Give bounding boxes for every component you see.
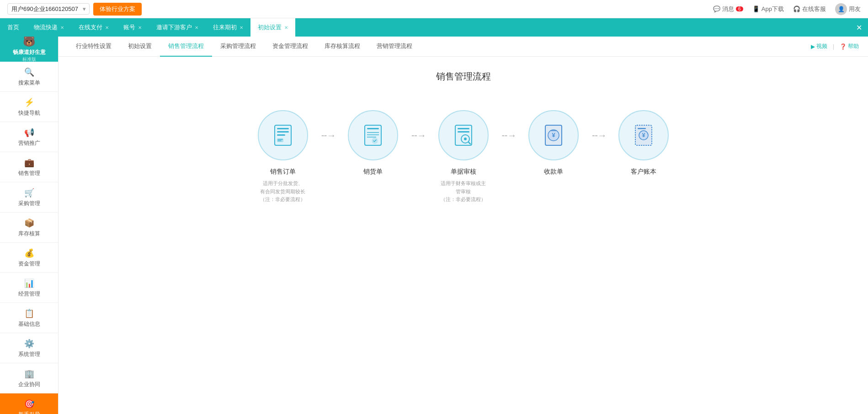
sidebar-item-quick-nav[interactable]: ⚡ 快捷导航 (0, 92, 58, 122)
close-logistics[interactable]: ✕ (60, 25, 64, 30)
tab-account[interactable]: 账号 ✕ (116, 18, 149, 37)
sub-tab-sales-flow[interactable]: 销售管理流程 (160, 37, 212, 57)
sidebar-item-purchase[interactable]: 🛒 采购管理 (0, 182, 58, 212)
svg-text:¥: ¥ (642, 132, 645, 138)
nav-tabs: 首页 物流快递 ✕ 在线支付 ✕ 账号 ✕ 邀请下游客户 ✕ 往来期初 ✕ 初始… (0, 18, 868, 37)
sub-tab-purchase-flow[interactable]: 采购管理流程 (212, 37, 264, 57)
sidebar-item-label: 库存核算 (18, 230, 40, 238)
avatar: 👤 (835, 3, 847, 15)
tab-initial-setup[interactable]: 初始设置 ✕ (250, 18, 295, 37)
sidebar-item-system[interactable]: ⚙️ 系统管理 (0, 333, 58, 363)
online-service-item[interactable]: 🎧 在线客服 (793, 5, 826, 13)
flow-container: 销售管理流程 销售订单 适用于 (59, 57, 868, 414)
sidebar-item-label: 新手引导 (18, 411, 40, 414)
user-select-input[interactable]: 用户690企业1660120507 (7, 3, 90, 15)
close-period[interactable]: ✕ (240, 25, 243, 30)
close-account[interactable]: ✕ (138, 25, 142, 30)
flow-circle-ledger: ¥ (618, 110, 669, 160)
ledger-icon: ¥ (632, 123, 655, 147)
finance-icon: 💰 (24, 248, 34, 258)
system-icon: ⚙️ (24, 339, 34, 349)
step-name-delivery: 销货单 (363, 168, 383, 176)
step-name-sales-order: 销售订单 (270, 168, 296, 176)
flow-arrow-1: - - → (321, 110, 335, 141)
search-icon: 🔍 (24, 67, 34, 77)
sub-tab-industry[interactable]: 行业特性设置 (68, 37, 120, 57)
logo-icon: 🐻 (23, 37, 35, 48)
sidebar-item-label: 系统管理 (18, 350, 40, 358)
flow-step-review[interactable]: 单据审核 适用于财务审核或主管审核（注：非必要流程） (427, 110, 500, 204)
message-icon: 💬 (713, 5, 720, 12)
main-layout: 🐻 畅康道好生意 标准版 🔍 搜索菜单 ⚡ 快捷导航 📢 营销推广 💼 销售管理… (0, 37, 868, 414)
user-profile[interactable]: 👤 用友 (835, 3, 861, 15)
user-selector[interactable]: 用户690企业1660120507 (7, 3, 90, 15)
nav-close-all[interactable]: ✕ (850, 18, 868, 37)
sidebar-item-label: 快捷导航 (18, 109, 40, 117)
sub-tab-actions: ▶ 视频 | ❓ 帮助 (811, 42, 859, 50)
close-payment[interactable]: ✕ (105, 25, 109, 30)
video-link[interactable]: ▶ 视频 (811, 42, 827, 50)
sidebar-item-finance[interactable]: 💰 资金管理 (0, 243, 58, 273)
sub-tab-inventory-flow[interactable]: 库存核算流程 (316, 37, 368, 57)
base-info-icon: 📋 (24, 308, 34, 318)
review-icon (452, 123, 475, 147)
app-download-item[interactable]: 📱 App下载 (752, 5, 784, 13)
tab-period[interactable]: 往来期初 ✕ (206, 18, 250, 37)
top-bar-left: 用户690企业1660120507 体验行业方案 (7, 3, 142, 16)
sub-tab-marketing-flow[interactable]: 营销管理流程 (368, 37, 421, 57)
sidebar-item-sales[interactable]: 💼 销售管理 (0, 152, 58, 182)
tab-payment[interactable]: 在线支付 ✕ (71, 18, 116, 37)
svg-rect-4 (277, 138, 283, 142)
help-link[interactable]: ❓ 帮助 (840, 42, 859, 50)
sub-tab-finance-flow[interactable]: 资金管理流程 (264, 37, 316, 57)
flow-circle-receipt: ¥ (528, 110, 579, 160)
step-name-receipt: 收款单 (544, 168, 563, 176)
top-bar: 用户690企业1660120507 体验行业方案 💬 消息 6 📱 App下载 … (0, 0, 868, 18)
sidebar-item-beginner[interactable]: 🎯 新手引导 (0, 393, 58, 414)
message-badge: 6 (736, 6, 743, 11)
flow-circle-review (438, 110, 489, 160)
flow-step-ledger[interactable]: ¥ 客户账本 (607, 110, 680, 180)
sidebar-item-label: 资金管理 (18, 260, 40, 268)
tab-invite[interactable]: 邀请下游客户 ✕ (149, 18, 206, 37)
sub-tab-initial[interactable]: 初始设置 (120, 37, 160, 57)
flow-title: 销售管理流程 (436, 70, 491, 83)
flow-circle-sales-order (258, 110, 308, 160)
flow-step-sales-order[interactable]: 销售订单 适用于分批发货、有合同发货周期较长（注：非必要流程） (246, 110, 320, 204)
step-name-review: 单据审核 (451, 168, 476, 176)
close-initial-setup[interactable]: ✕ (284, 25, 288, 30)
tab-home[interactable]: 首页 (0, 18, 27, 37)
svg-text:¥: ¥ (552, 132, 555, 138)
tab-logistics[interactable]: 物流快递 ✕ (27, 18, 71, 37)
sidebar-item-base-info[interactable]: 📋 基础信息 (0, 303, 58, 333)
sales-order-icon (271, 123, 295, 147)
sidebar-item-operations[interactable]: 📊 经营管理 (0, 273, 58, 303)
flow-step-delivery[interactable]: 销货单 (336, 110, 410, 180)
svg-rect-20 (638, 128, 646, 129)
main-content: 行业特性设置 初始设置 销售管理流程 采购管理流程 资金管理流程 库存核算流程 … (59, 37, 868, 414)
close-invite[interactable]: ✕ (195, 25, 198, 30)
flow-step-receipt[interactable]: ¥ 收款单 (517, 110, 590, 180)
logo-sub: 标准版 (22, 56, 36, 63)
sidebar-item-marketing[interactable]: 📢 营销推广 (0, 122, 58, 152)
sidebar-item-label: 企业协同 (18, 381, 40, 388)
svg-rect-1 (277, 128, 289, 129)
message-item[interactable]: 💬 消息 6 (713, 5, 743, 13)
logo-text: 畅康道好生意 (13, 48, 46, 56)
sidebar-item-label: 销售管理 (18, 170, 40, 177)
marketing-icon: 📢 (24, 127, 34, 138)
sidebar-item-enterprise[interactable]: 🏢 企业协同 (0, 363, 58, 393)
sales-icon: 💼 (24, 158, 34, 168)
sidebar-item-inventory[interactable]: 📦 库存核算 (0, 212, 58, 243)
video-icon: ▶ (811, 43, 815, 50)
delivery-icon (361, 123, 385, 147)
sidebar-item-search[interactable]: 🔍 搜索菜单 (0, 62, 58, 92)
receipt-icon: ¥ (542, 123, 565, 147)
sidebar-item-label: 搜索菜单 (18, 79, 40, 87)
beginner-icon: 🎯 (24, 399, 34, 409)
svg-rect-6 (367, 128, 379, 129)
inventory-icon: 📦 (24, 218, 34, 228)
flow-arrow-4: - - → (592, 110, 605, 141)
trial-btn[interactable]: 体验行业方案 (93, 3, 142, 16)
app-icon: 📱 (752, 5, 760, 12)
